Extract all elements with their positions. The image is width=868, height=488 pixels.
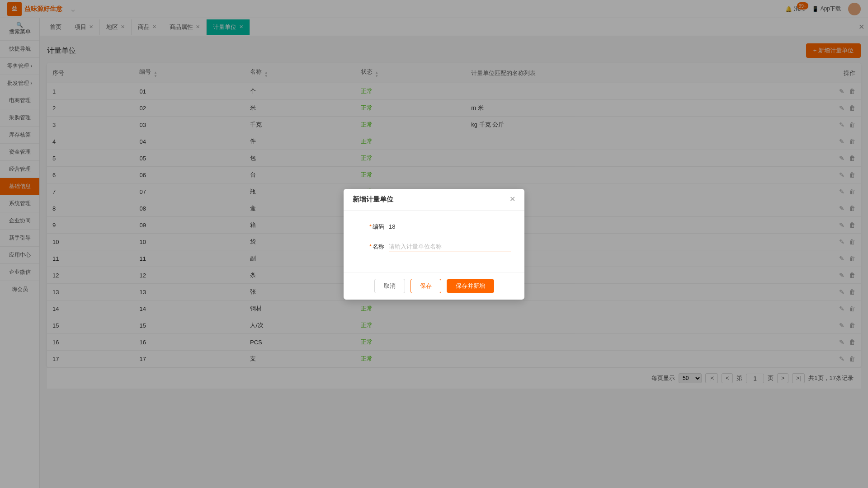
save-button[interactable]: 保存 (410, 279, 441, 293)
modal-header: 新增计量单位 ✕ (344, 189, 524, 211)
add-unit-modal: 新增计量单位 ✕ *编码 *名称 取消 保存 保存并新增 (344, 189, 524, 300)
modal-title: 新增计量单位 (353, 195, 393, 204)
save-and-new-button[interactable]: 保存并新增 (447, 279, 494, 293)
modal-footer: 取消 保存 保存并新增 (344, 272, 524, 300)
code-form-row: *编码 (357, 221, 511, 232)
modal-overlay: 新增计量单位 ✕ *编码 *名称 取消 保存 保存并新增 (0, 0, 868, 488)
code-label: *编码 (357, 223, 384, 231)
code-input[interactable] (389, 221, 511, 232)
modal-close-button[interactable]: ✕ (509, 196, 515, 203)
name-form-row: *名称 (357, 241, 511, 252)
name-input[interactable] (389, 241, 511, 252)
cancel-button[interactable]: 取消 (374, 279, 405, 293)
name-label: *名称 (357, 243, 384, 251)
modal-body: *编码 *名称 (344, 211, 524, 272)
